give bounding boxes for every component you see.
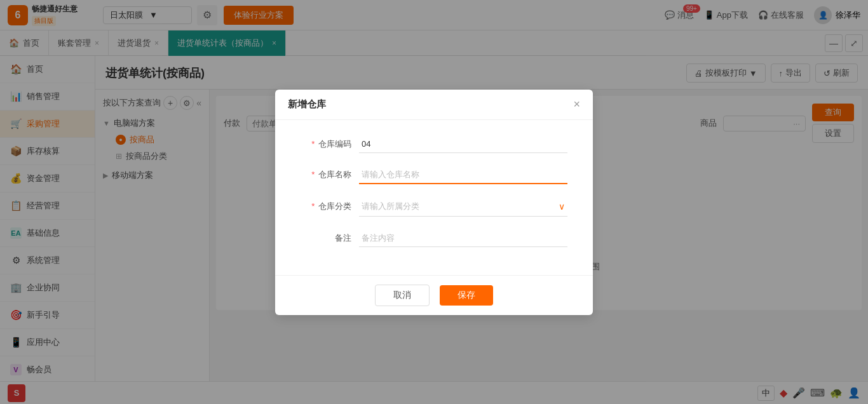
modal-header: 新增仓库 × bbox=[275, 90, 593, 120]
modal-close-button[interactable]: × bbox=[573, 98, 580, 110]
category-label: * 仓库分类 bbox=[301, 201, 351, 212]
warehouse-code-input[interactable] bbox=[359, 135, 567, 153]
form-row-code: * 仓库编码 bbox=[301, 135, 567, 153]
form-row-note: 备注 bbox=[301, 229, 567, 247]
modal-title: 新增仓库 bbox=[288, 98, 326, 111]
modal-body: * 仓库编码 * 仓库名称 * 仓库分类 请输入 bbox=[275, 120, 593, 275]
required-star-category: * bbox=[311, 201, 315, 211]
category-placeholder: 请输入所属分类 bbox=[362, 201, 559, 212]
form-row-category: * 仓库分类 请输入所属分类 ∨ bbox=[301, 197, 567, 217]
category-dropdown-icon: ∨ bbox=[559, 201, 565, 212]
form-row-name: * 仓库名称 bbox=[301, 166, 567, 184]
modal-new-warehouse: 新增仓库 × * 仓库编码 * 仓库名称 bbox=[275, 90, 593, 315]
modal-overlay[interactable]: 新增仓库 × * 仓库编码 * 仓库名称 bbox=[0, 0, 868, 404]
name-label: * 仓库名称 bbox=[301, 169, 351, 180]
required-star-name: * bbox=[311, 170, 315, 179]
category-select[interactable]: 请输入所属分类 ∨ bbox=[359, 197, 567, 217]
code-label: * 仓库编码 bbox=[301, 138, 351, 150]
warehouse-name-input[interactable] bbox=[359, 166, 567, 184]
required-star-code: * bbox=[311, 139, 315, 149]
note-label: 备注 bbox=[301, 232, 351, 244]
cancel-button[interactable]: 取消 bbox=[375, 285, 430, 306]
modal-footer: 取消 保存 bbox=[275, 275, 593, 315]
warehouse-note-input[interactable] bbox=[359, 229, 567, 247]
save-button[interactable]: 保存 bbox=[440, 285, 493, 306]
